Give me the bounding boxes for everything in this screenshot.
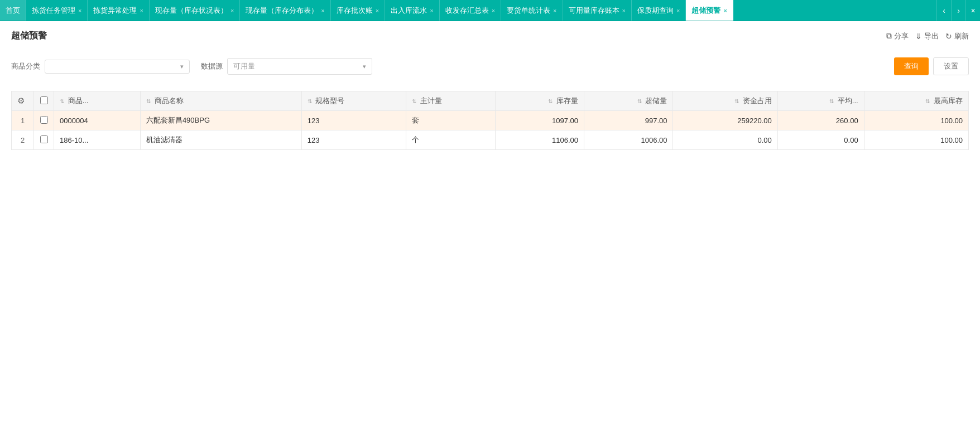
nav-inout[interactable]: 出入库流水 × (385, 0, 439, 21)
cell-max-stock-0: 100.00 (864, 111, 968, 130)
nav-arrow-right[interactable]: › (951, 0, 965, 21)
cell-spec-1: 123 (301, 130, 406, 150)
page-title-row: 超储预警 ⧉ 分享 ⇓ 导出 ↻ 刷新 (11, 30, 969, 42)
close-inout-tab[interactable]: × (430, 7, 433, 14)
export-icon: ⇓ (915, 32, 922, 41)
row-checkbox-0[interactable] (40, 116, 48, 124)
chevron-down-icon: ▾ (180, 63, 184, 70)
refresh-button[interactable]: ↻ 刷新 (945, 31, 969, 41)
export-button[interactable]: ⇓ 导出 (915, 31, 939, 41)
nav-batch[interactable]: 库存批次账 × (331, 0, 385, 21)
datasource-select-value: 可用量 (233, 61, 363, 71)
column-spec: ⇅ 规格型号 (301, 91, 406, 111)
cell-stock-0: 1097.00 (495, 111, 584, 130)
datasource-select[interactable]: 可用量 ▾ (227, 58, 372, 75)
sort-icon-name[interactable]: ⇅ (146, 98, 151, 104)
share-button[interactable]: ⧉ 分享 (886, 31, 909, 41)
title-actions: ⧉ 分享 ⇓ 导出 ↻ 刷新 (886, 31, 969, 41)
chevron-down-icon-2: ▾ (363, 63, 366, 70)
close-overstock-tab[interactable]: × (723, 7, 727, 14)
top-navigation: 首页 拣货任务管理 × 拣货异常处理 × 现存量（库存状况表） × 现存量（库存… (0, 0, 980, 21)
close-expiry-tab[interactable]: × (676, 7, 680, 14)
close-stock-status-tab[interactable]: × (230, 7, 234, 14)
nav-stock-dist[interactable]: 现存量（库存分布表） × (240, 0, 330, 21)
cell-capital-0: 259220.00 (673, 111, 777, 130)
cell-check-1 (34, 130, 54, 150)
page-title: 超储预警 (11, 30, 47, 42)
cell-avg-1: 0.00 (777, 130, 864, 150)
cell-check-0 (34, 111, 54, 130)
datasource-filter: 数据源 可用量 ▾ (201, 58, 372, 75)
table-row: 2 186-10... 机油滤清器 123 个 1106.00 1006.00 … (12, 130, 969, 150)
category-label: 商品分类 (11, 61, 40, 71)
sort-icon-code[interactable]: ⇅ (60, 98, 64, 104)
column-max-stock: ⇅ 最高库存 (864, 91, 968, 111)
cell-code-0: 0000004 (54, 111, 141, 130)
page-content: 超储预警 ⧉ 分享 ⇓ 导出 ↻ 刷新 商品分类 ▾ 数据源 (0, 21, 980, 159)
nav-overstock[interactable]: 超储预警 × (686, 0, 733, 21)
query-button[interactable]: 查询 (894, 57, 929, 75)
refresh-icon: ↻ (945, 32, 952, 41)
nav-stock-status[interactable]: 现存量（库存状况表） × (150, 0, 240, 21)
column-capital: ⇅ 资金占用 (673, 91, 777, 111)
sort-icon-unit[interactable]: ⇅ (412, 98, 416, 104)
close-abnormal-tab[interactable]: × (140, 7, 143, 14)
nav-arrow-left[interactable]: ‹ (936, 0, 951, 21)
close-stock-dist-tab[interactable]: × (321, 7, 324, 14)
sort-icon-overstock[interactable]: ⇅ (637, 98, 642, 104)
settings-button[interactable]: 设置 (933, 57, 969, 75)
nav-summary[interactable]: 收发存汇总表 × (440, 0, 501, 21)
column-overstock: ⇅ 超储量 (584, 91, 672, 111)
close-summary-tab[interactable]: × (492, 7, 495, 14)
sort-icon-avg[interactable]: ⇅ (829, 98, 834, 104)
table-row: 1 0000004 六配套新昌490BPG 123 套 1097.00 997.… (12, 111, 969, 130)
cell-max-stock-1: 100.00 (864, 130, 968, 150)
close-available-tab[interactable]: × (622, 7, 626, 14)
cell-avg-0: 260.00 (777, 111, 864, 130)
share-icon: ⧉ (886, 31, 892, 41)
sort-icon-stock[interactable]: ⇅ (548, 98, 553, 104)
nav-home[interactable]: 首页 (0, 0, 26, 21)
close-order-stats-tab[interactable]: × (553, 7, 556, 14)
close-task-tab[interactable]: × (78, 7, 81, 14)
column-unit: ⇅ 主计量 (406, 91, 495, 111)
category-filter: 商品分类 ▾ (11, 60, 190, 74)
cell-seq-0: 1 (12, 111, 34, 130)
column-stock: ⇅ 库存量 (495, 91, 584, 111)
sort-icon-max-stock[interactable]: ⇅ (925, 98, 930, 104)
close-batch-tab[interactable]: × (376, 7, 379, 14)
cell-capital-1: 0.00 (673, 130, 777, 150)
column-avg: ⇅ 平均... (777, 91, 864, 111)
cell-seq-1: 2 (12, 130, 34, 150)
cell-name-0: 六配套新昌490BPG (140, 111, 301, 130)
nav-available[interactable]: 可用量库存账本 × (563, 0, 632, 21)
nav-arrow-close[interactable]: × (965, 0, 980, 21)
cell-overstock-1: 1006.00 (584, 130, 672, 150)
sort-icon-capital[interactable]: ⇅ (734, 98, 739, 104)
cell-code-1: 186-10... (54, 130, 141, 150)
nav-abnormal[interactable]: 拣货异常处理 × (88, 0, 149, 21)
cell-overstock-0: 997.00 (584, 111, 672, 130)
nav-expiry[interactable]: 保质期查询 × (632, 0, 686, 21)
nav-order-stats[interactable]: 要货单统计表 × (501, 0, 563, 21)
cell-stock-1: 1106.00 (495, 130, 584, 150)
column-gear: ⚙ (12, 91, 34, 111)
cell-unit-1: 个 (406, 130, 495, 150)
datasource-label: 数据源 (201, 61, 223, 71)
filter-row: 商品分类 ▾ 数据源 可用量 ▾ 查询 设置 (11, 51, 969, 82)
sort-icon-spec[interactable]: ⇅ (308, 98, 312, 104)
nav-task[interactable]: 拣货任务管理 × (26, 0, 88, 21)
data-table: ⚙ ⇅ 商品... ⇅ 商品名称 ⇅ 规格型号 ⇅ (11, 91, 969, 150)
table-header-row: ⚙ ⇅ 商品... ⇅ 商品名称 ⇅ 规格型号 ⇅ (12, 91, 969, 111)
cell-spec-0: 123 (301, 111, 406, 130)
filter-buttons: 查询 设置 (894, 57, 969, 75)
select-all-checkbox[interactable] (40, 96, 48, 104)
gear-icon[interactable]: ⚙ (17, 96, 25, 105)
column-name: ⇅ 商品名称 (140, 91, 301, 111)
row-checkbox-1[interactable] (40, 135, 48, 143)
column-code: ⇅ 商品... (54, 91, 141, 111)
nav-arrow-group: ‹ › × (936, 0, 980, 21)
cell-name-1: 机油滤清器 (140, 130, 301, 150)
cell-unit-0: 套 (406, 111, 495, 130)
category-select[interactable]: ▾ (45, 60, 190, 74)
